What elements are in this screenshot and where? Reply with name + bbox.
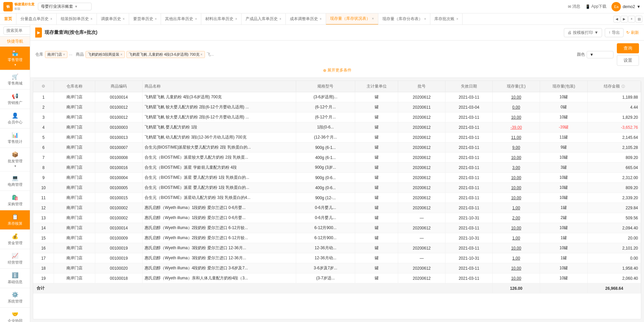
cell-qty-main[interactable]: 10.00 — [493, 153, 540, 163]
cell-qty-main[interactable]: 10.00 — [493, 243, 540, 253]
cell-expire: 2021-10-31 — [445, 233, 493, 243]
tab-label: 其他出库单历史 — [165, 16, 193, 22]
cell-expire: 2021-03-04 — [445, 102, 493, 112]
expand-filter-button[interactable]: ⊕ 展开更多条件 — [35, 66, 639, 75]
quick-nav[interactable]: 快捷导航 — [0, 37, 30, 47]
app-download-button[interactable]: 📱 App下载 — [585, 4, 606, 9]
tab-close-icon[interactable]: × — [279, 17, 281, 21]
user-menu[interactable]: Ea demo2 ▼ — [611, 2, 641, 11]
sidebar-item-ecommerce[interactable]: 💻 电商管理 — [0, 171, 30, 191]
tab-inventory-dist[interactable]: 现存量（库存分布表） × — [378, 13, 431, 25]
cell-warehouse: 南岸门店 — [54, 263, 95, 273]
cell-warehouse: 南岸门店 — [54, 233, 95, 243]
cell-qty-main[interactable]: 0.00 — [493, 102, 540, 112]
cell-code: 00100012 — [95, 102, 143, 112]
tab-close-icon[interactable]: × — [235, 17, 237, 21]
tab-close-icon[interactable]: × — [50, 17, 52, 21]
sidebar-item-retail-stats[interactable]: 📊 零售统计 — [0, 128, 30, 148]
cell-qty-main[interactable]: -39.00 — [493, 122, 540, 132]
export-button[interactable]: ↑ 导出 — [605, 28, 624, 37]
tab-close-icon[interactable]: × — [91, 17, 93, 21]
cell-qty-main[interactable]: 9.00 — [493, 143, 540, 153]
tab-disassemble[interactable]: 组装拆卸单历史 × — [57, 13, 97, 25]
tab-batch-ledger[interactable]: 库存批次账 × — [430, 13, 463, 25]
content-area: ▶ 现存量查询(按仓库+批次) 🖨 按模板打印 ▼ ↑ 导出 ↻ 刷新 — [30, 25, 644, 322]
tab-prev-button[interactable]: ◀ — [613, 16, 620, 22]
amount-info-icon[interactable]: ⓘ — [622, 85, 625, 88]
cell-qty-main[interactable]: 10.00 — [493, 273, 540, 283]
cell-qty-main[interactable]: 10.00 — [493, 263, 540, 273]
tab-close-icon[interactable]: × — [320, 17, 322, 21]
tab-product-in[interactable]: 产成品入库单历史 × — [241, 13, 286, 25]
tab-close-icon[interactable]: × — [123, 17, 125, 21]
cell-qty-main[interactable]: 1.00 — [493, 233, 540, 243]
system-icon: ⚙️ — [12, 291, 18, 298]
tab-close-icon[interactable]: × — [424, 17, 426, 21]
cell-spec: 12-36月幼... — [296, 253, 355, 263]
cell-qty-main[interactable]: 10.00 — [493, 92, 540, 102]
tab-split-inventory[interactable]: 分量盘点单历史 × — [16, 13, 57, 25]
cell-qty-main[interactable]: 1.00 — [493, 253, 540, 263]
enterprise-select[interactable]: 母婴行业演示账套 ▼ — [38, 3, 92, 10]
tab-cost-adjust[interactable]: 成本调整单历史 × — [286, 13, 326, 25]
product-more-icon[interactable]: 飞... — [207, 52, 214, 57]
cell-warehouse: 南岸门店 — [54, 92, 95, 102]
sidebar-item-basic[interactable]: ℹ️ 基础信息 — [0, 269, 30, 288]
print-button[interactable]: 🖨 按模板打印 ▼ — [564, 28, 602, 37]
tab-request[interactable]: 要货单历史 × — [129, 13, 161, 25]
sidebar-item-finance[interactable]: 💰 资金管理 — [0, 230, 30, 249]
sidebar-item-cooperation[interactable]: 🤝 企业协同 — [0, 308, 30, 322]
tab-material-out[interactable]: 材料出库单历史 × — [201, 13, 241, 25]
message-button[interactable]: ✉ 消息 — [568, 4, 580, 9]
settings-button[interactable]: 设置 — [617, 55, 639, 66]
tab-close-all-button[interactable]: × — [628, 16, 635, 22]
remove-warehouse-tag-icon[interactable]: × — [63, 53, 65, 56]
tab-menu-button[interactable]: ▤ — [636, 16, 642, 22]
sidebar-item-inventory[interactable]: 📋 库存核算 — [0, 210, 30, 230]
retail-icon: 🏪 — [12, 50, 18, 56]
tab-other-out[interactable]: 其他出库单历史 × — [161, 13, 201, 25]
cell-qty-main[interactable]: 10.00 — [493, 223, 540, 233]
tab-close-icon[interactable]: × — [456, 17, 458, 21]
cell-qty-main[interactable]: 11.00 — [493, 132, 540, 143]
query-button[interactable]: 查询 — [617, 43, 639, 53]
filter-expand-button[interactable]: ▶ — [35, 28, 42, 38]
cell-qty-pkg: 10罐 — [540, 243, 588, 253]
sidebar-label: 电商管理 — [8, 182, 22, 187]
refresh-button[interactable]: ↻ 刷新 — [626, 30, 639, 36]
tab-close-icon[interactable]: × — [155, 17, 157, 21]
remove-product-tag-1-icon[interactable]: × — [120, 53, 122, 56]
cell-warehouse: 南岸门店 — [54, 153, 95, 163]
color-dropdown[interactable]: ▼ — [587, 51, 613, 58]
tab-close-icon[interactable]: × — [372, 17, 374, 20]
cell-qty-main[interactable]: 10.00 — [493, 193, 540, 203]
tab-home[interactable]: 首页 — [0, 13, 16, 25]
tab-adjust[interactable]: 调拨单历史 × — [97, 13, 129, 25]
cell-seq: 2 — [33, 102, 54, 112]
remove-product-tag-2-icon[interactable]: × — [201, 53, 203, 56]
cell-qty-main[interactable]: 10.00 — [493, 183, 540, 193]
cell-qty-main[interactable]: 1.00 — [493, 203, 540, 213]
cell-amount: 2,101.20 — [588, 243, 641, 253]
cell-qty-main[interactable]: 10.00 — [493, 112, 540, 122]
sidebar-item-wholesale[interactable]: 📦 批发管理 ▼ — [0, 148, 30, 171]
sidebar-item-shop[interactable]: 🛒 零售商城 — [0, 70, 30, 90]
tab-close-icon[interactable]: × — [195, 17, 197, 21]
cell-qty-main[interactable]: 2.00 — [493, 213, 540, 223]
tab-inventory-status[interactable]: 现存量（库存状况表） × — [326, 13, 378, 25]
sidebar-item-member[interactable]: 👤 会员中心 — [0, 109, 30, 128]
cell-qty-main[interactable]: 10.00 — [493, 173, 540, 183]
sidebar-item-marketing[interactable]: 📢 营销推广 — [0, 90, 30, 109]
cell-name: 飞鹤星飞帆 儿童奶粉 4段(3-6岁适用) 700克 — [143, 92, 296, 102]
tab-label: 产成品入库单历史 — [246, 16, 278, 22]
cell-warehouse: 南岸门店 — [54, 102, 95, 112]
tab-next-button[interactable]: ▶ — [621, 16, 628, 22]
sidebar-item-system[interactable]: ⚙️ 系统管理 — [0, 288, 30, 308]
cell-qty-main[interactable]: 3.00 — [493, 163, 540, 173]
warehouse-label: 仓库 — [35, 52, 43, 57]
sidebar-item-retail[interactable]: 🏪 零售管理 ▼ — [0, 47, 30, 70]
sidebar-item-purchase[interactable]: 🛍️ 采购管理 — [0, 191, 30, 210]
sidebar-item-operation[interactable]: 📈 经营管理 — [0, 249, 30, 269]
settings-gear-icon[interactable]: ⚙ — [41, 84, 46, 89]
search-input[interactable] — [3, 26, 30, 35]
